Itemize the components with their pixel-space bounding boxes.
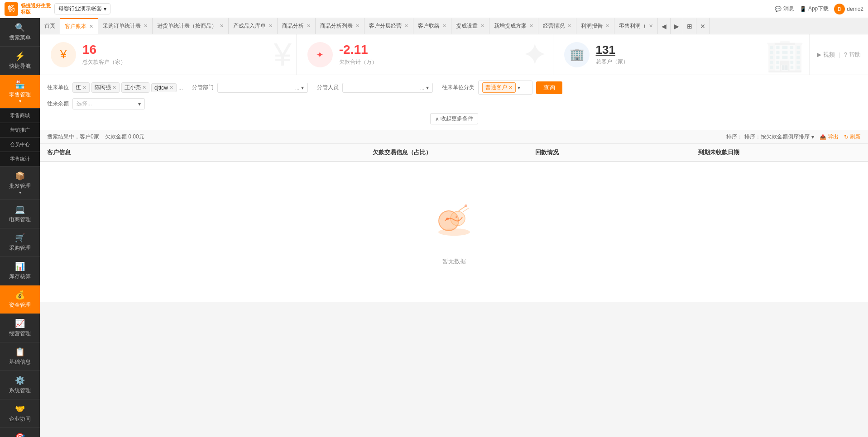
sidebar-item-marketing[interactable]: 营销推广 [0, 123, 40, 138]
tab-prev-btn[interactable]: ◀ [658, 18, 671, 34]
tab-customer-contact[interactable]: 客户联络 ✕ [413, 18, 451, 34]
sidebar-item-retail-store[interactable]: 零售商城 [0, 109, 40, 123]
tab-close-stock[interactable]: ✕ [220, 23, 224, 29]
tab-customer-segment[interactable]: 客户分层经营 ✕ [364, 18, 413, 34]
total-value[interactable]: 131 [596, 43, 628, 57]
unit-tag-chen-close[interactable]: ✕ [112, 85, 116, 90]
collapse-button[interactable]: ∧ 收起更多条件 [430, 113, 478, 124]
unit-type-close[interactable]: ✕ [508, 85, 513, 90]
tab-close-reminder[interactable]: ✕ [480, 23, 484, 29]
sidebar-item-shortcut[interactable]: ⚡ 快捷导航 [0, 47, 40, 75]
sidebar-item-purchase[interactable]: 🛒 采购管理 [0, 228, 40, 257]
debtors-bg: ¥ [274, 37, 292, 73]
person-more-icon: ... [420, 85, 424, 90]
sidebar-item-ecom[interactable]: 💻 电商管理 [0, 200, 40, 228]
sidebar-item-member[interactable]: 会员中心 [0, 138, 40, 152]
unit-tag-wu-close[interactable]: ✕ [82, 85, 86, 90]
refresh-icon: ↻ [844, 134, 849, 140]
logo-text: 畅捷通好生意 标版 [21, 3, 51, 14]
person-label: 分管人员 [317, 84, 339, 91]
top-header: 畅 畅捷通好生意 标版 母婴行业演示帐套 ▾ 💬 消息 📱 App下载 D de… [0, 0, 868, 18]
logo-icon: 畅 [5, 2, 18, 16]
debt-value: -2.11 [339, 43, 377, 57]
sidebar-item-system[interactable]: ⚙️ 系统管理 [0, 371, 40, 399]
balance-chevron: ▾ [138, 101, 141, 107]
balance-select[interactable]: 选择... ▾ [72, 98, 145, 109]
sidebar: 🔍 搜索菜单 ⚡ 快捷导航 🏪 零售管理 ▾ 零售商城 营销推广 会员中心 零售… [0, 18, 40, 437]
refresh-button[interactable]: ↻ 刷新 [844, 133, 861, 141]
sidebar-item-wholesale[interactable]: 📦 批发管理 ▾ [0, 166, 40, 200]
summary-card-debt: ✦ -2.11 欠款合计（万） ✦ [297, 34, 553, 75]
person-select[interactable]: ... ▾ [342, 83, 433, 93]
sidebar-item-inventory[interactable]: 📊 库存核算 [0, 257, 40, 285]
tab-purchase-order[interactable]: 采购订单统计表 ✕ [98, 18, 153, 34]
summary-card-total: 🏢 131 总客户（家） 🏢 [553, 34, 810, 75]
tab-close-op[interactable]: ✕ [567, 23, 571, 29]
chevron-down-icon: ▾ [104, 6, 106, 12]
sidebar-item-retail[interactable]: 🏪 零售管理 ▾ [0, 75, 40, 109]
tab-close-plan[interactable]: ✕ [529, 23, 533, 29]
tab-close-product[interactable]: ✕ [307, 23, 311, 29]
tab-product-list[interactable]: 商品分析列表 ✕ [316, 18, 364, 34]
th-overdue: 到期未收款日期 [698, 148, 861, 157]
tab-profit[interactable]: 利润报告 ✕ [576, 18, 614, 34]
dept-select[interactable]: ... ▾ [217, 83, 308, 93]
sidebar-item-finance[interactable]: 💰 资金管理 [0, 285, 40, 314]
help-button[interactable]: ? 帮助 [844, 51, 861, 59]
tab-accounts[interactable]: 客户账本 ✕ [60, 18, 98, 34]
unit-tag-cj-close[interactable]: ✕ [169, 85, 173, 90]
tab-cost-in[interactable]: 产成品入库单 ✕ [229, 18, 278, 34]
message-button[interactable]: 💬 消息 [775, 5, 794, 13]
tab-new-plan[interactable]: 新增提成方案 ✕ [489, 18, 538, 34]
tab-close-plist[interactable]: ✕ [355, 23, 360, 29]
tab-close-cost[interactable]: ✕ [269, 23, 273, 29]
header-left: 畅 畅捷通好生意 标版 母婴行业演示帐套 ▾ [5, 2, 110, 16]
tab-close-seg[interactable]: ✕ [404, 23, 408, 29]
tab-reminder[interactable]: 提成设置 ✕ [451, 18, 489, 34]
svg-line-5 [459, 206, 465, 211]
tab-home[interactable]: 首页 [40, 18, 60, 34]
sidebar-item-operation[interactable]: 📈 经营管理 [0, 314, 40, 342]
tab-stock-stats[interactable]: 进货单统计表（按商品） ✕ [153, 18, 229, 34]
sidebar-item-retail-stats[interactable]: 零售统计 [0, 152, 40, 166]
tab-close-rprofit[interactable]: ✕ [649, 23, 653, 29]
purchase-icon: 🛒 [2, 233, 38, 243]
total-icon: 🏢 [564, 42, 590, 67]
tab-product-analysis[interactable]: 商品分析 ✕ [278, 18, 316, 34]
export-button[interactable]: 📤 导出 [820, 133, 839, 141]
unit-tag-wang-close[interactable]: ✕ [142, 85, 146, 90]
unit-tag-wu: 伍 ✕ [72, 82, 90, 93]
tab-retail-profit[interactable]: 零售利润（ ✕ [614, 18, 658, 34]
store-selector[interactable]: 母婴行业演示帐套 ▾ [54, 3, 110, 14]
debtors-label: 总欠款客户（家） [82, 58, 126, 66]
empty-text: 暂无数据 [442, 257, 466, 266]
tab-close-accounts[interactable]: ✕ [89, 24, 93, 29]
empty-svg [432, 198, 477, 243]
tab-close-profit[interactable]: ✕ [605, 23, 609, 29]
unit-tags-more[interactable]: ... [178, 85, 183, 91]
tab-close-contact[interactable]: ✕ [442, 23, 446, 29]
query-button[interactable]: 查询 [536, 81, 562, 94]
sort-selector[interactable]: 排序： 排序：按欠款金额倒序排序 ▾ [726, 133, 814, 141]
dept-chevron-icon: ▾ [301, 85, 304, 91]
sidebar-item-enterprise[interactable]: 🤝 企业协同 [0, 399, 40, 428]
sidebar-item-guide[interactable]: 🎯 新手引导 [0, 428, 40, 437]
dept-more-icon: ... [295, 85, 299, 90]
svg-point-2 [451, 211, 465, 226]
export-icon: 📤 [820, 134, 826, 140]
wholesale-icon: 📦 [2, 171, 38, 181]
tab-expand-btn[interactable]: ⊞ [683, 18, 696, 34]
debt-bg: ✦ [522, 36, 548, 73]
sidebar-item-search[interactable]: 🔍 搜索菜单 [0, 18, 40, 47]
debtors-data: 16 总欠款客户（家） [82, 43, 126, 66]
video-button[interactable]: ▶ 视频 [817, 51, 835, 59]
tab-close-all-btn[interactable]: ✕ [696, 18, 710, 34]
tab-next-btn[interactable]: ▶ [671, 18, 683, 34]
unit-type-select[interactable]: 普通客户 ✕ ▾ [478, 81, 532, 95]
user-menu[interactable]: D demo2 [834, 4, 863, 14]
app-download-button[interactable]: 📱 App下载 [800, 5, 829, 13]
tab-close-purchase[interactable]: ✕ [144, 23, 148, 29]
sidebar-item-basic[interactable]: 📋 基础信息 [0, 342, 40, 371]
tab-operation[interactable]: 经营情况 ✕ [538, 18, 576, 34]
svg-point-7 [465, 204, 467, 207]
